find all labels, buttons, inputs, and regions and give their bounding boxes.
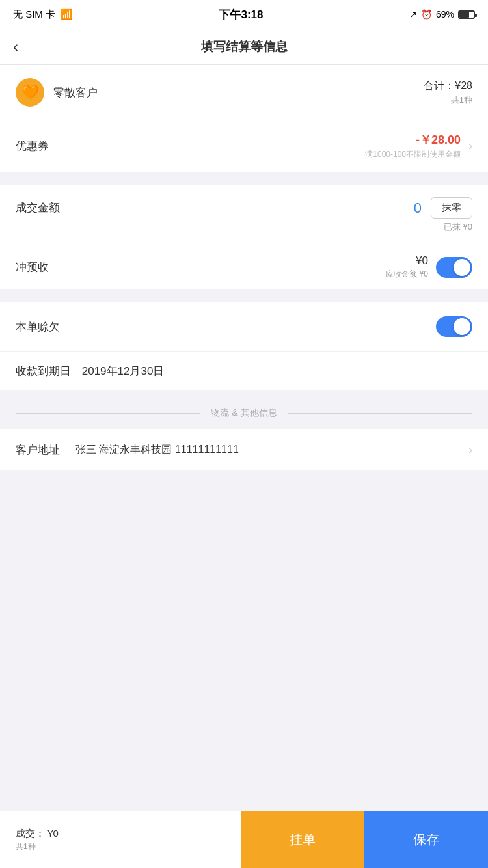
prereceipt-main-value: ¥0 bbox=[386, 254, 428, 267]
address-label: 客户地址 bbox=[16, 442, 60, 457]
customer-avatar: 🧡 bbox=[16, 78, 44, 107]
logistics-line-left bbox=[16, 413, 200, 414]
address-value: 张三 海淀永丰科技园 11111111111 bbox=[75, 443, 468, 457]
total-amount-label: 合计：¥28 bbox=[424, 79, 472, 93]
total-count: 共1种 bbox=[424, 94, 472, 106]
battery-icon bbox=[458, 10, 475, 19]
coupon-chevron-icon: › bbox=[468, 139, 472, 153]
status-left: 无 SIM 卡 📶 bbox=[13, 8, 73, 21]
avatar-icon: 🧡 bbox=[21, 84, 39, 101]
customer-row: 🧡 零散客户 合计：¥28 共1种 bbox=[0, 65, 488, 120]
bottom-count-label: 共1种 bbox=[16, 841, 225, 852]
divider-2 bbox=[0, 295, 488, 302]
battery-percent: 69% bbox=[436, 9, 454, 20]
coupon-note: 满1000-100不限制使用金额 bbox=[365, 149, 461, 160]
transaction-top: 成交金额 0 抹零 bbox=[16, 197, 472, 219]
status-bar: 无 SIM 卡 📶 下午3:18 ↗ ⏰ 69% bbox=[0, 0, 488, 29]
round-button[interactable]: 抹零 bbox=[431, 197, 472, 219]
credit-toggle[interactable] bbox=[436, 316, 472, 337]
status-time: 下午3:18 bbox=[219, 7, 263, 22]
hold-button[interactable]: 挂单 bbox=[241, 811, 364, 869]
alarm-icon: ⏰ bbox=[421, 9, 432, 20]
nav-title: 填写结算等信息 bbox=[201, 38, 288, 55]
coupon-value-block: -￥28.00 满1000-100不限制使用金额 bbox=[365, 132, 461, 160]
transaction-value: 0 bbox=[414, 200, 422, 217]
coupon-row[interactable]: 优惠券 -￥28.00 满1000-100不限制使用金额 › bbox=[0, 120, 488, 172]
logistics-header: 物流 & 其他信息 bbox=[0, 397, 488, 429]
transaction-right: 0 抹零 bbox=[414, 197, 472, 219]
customer-left: 🧡 零散客户 bbox=[16, 78, 98, 107]
duedate-label: 收款到期日 bbox=[16, 365, 71, 377]
logistics-line-right bbox=[288, 413, 472, 414]
credit-section: 本单赊欠 收款到期日 2019年12月30日 bbox=[0, 302, 488, 390]
customer-section: 🧡 零散客户 合计：¥28 共1种 优惠券 -￥28.00 满1000-100不… bbox=[0, 65, 488, 172]
duedate-value: 2019年12月30日 bbox=[82, 365, 165, 377]
divider-1 bbox=[0, 178, 488, 185]
transaction-label: 成交金额 bbox=[16, 200, 60, 215]
prereceipt-right: ¥0 应收金额 ¥0 bbox=[386, 254, 472, 280]
prereceipt-row: 冲预收 ¥0 应收金额 ¥0 bbox=[0, 245, 488, 289]
address-chevron-icon: › bbox=[468, 443, 472, 457]
duedate-row: 收款到期日 2019年12月30日 bbox=[0, 351, 488, 390]
prereceipt-values: ¥0 应收金额 ¥0 bbox=[386, 254, 428, 280]
wifi-icon: 📶 bbox=[61, 8, 73, 20]
transaction-row: 成交金额 0 抹零 已抹 ¥0 bbox=[0, 185, 488, 245]
customer-name: 零散客户 bbox=[53, 85, 98, 100]
customer-total: 合计：¥28 共1种 bbox=[424, 79, 472, 106]
address-section: 客户地址 张三 海淀永丰科技园 11111111111 › bbox=[0, 429, 488, 470]
credit-label: 本单赊欠 bbox=[16, 319, 60, 334]
transaction-section: 成交金额 0 抹零 已抹 ¥0 冲预收 ¥0 应收金额 ¥0 bbox=[0, 185, 488, 289]
carrier-text: 无 SIM 卡 bbox=[13, 8, 55, 21]
bottom-info: 成交： ¥0 共1种 bbox=[0, 828, 241, 852]
bottom-deal-label: 成交： ¥0 bbox=[16, 828, 225, 840]
prereceipt-toggle[interactable] bbox=[436, 257, 472, 278]
bottom-bar: 成交： ¥0 共1种 挂单 保存 bbox=[0, 811, 488, 868]
coupon-right: -￥28.00 满1000-100不限制使用金额 › bbox=[365, 132, 472, 160]
prereceipt-label: 冲预收 bbox=[16, 260, 49, 275]
prereceipt-sub-value: 应收金额 ¥0 bbox=[386, 269, 428, 280]
transaction-sub-text: 已抹 ¥0 bbox=[16, 221, 472, 233]
save-button[interactable]: 保存 bbox=[364, 811, 488, 869]
status-right: ↗ ⏰ 69% bbox=[409, 9, 475, 20]
coupon-label: 优惠券 bbox=[16, 139, 49, 154]
logistics-title: 物流 & 其他信息 bbox=[211, 407, 277, 419]
credit-row: 本单赊欠 bbox=[0, 302, 488, 351]
location-icon: ↗ bbox=[409, 9, 417, 20]
back-button[interactable]: ‹ bbox=[13, 38, 18, 56]
content: 🧡 零散客户 合计：¥28 共1种 优惠券 -￥28.00 满1000-100不… bbox=[0, 65, 488, 536]
coupon-amount: -￥28.00 bbox=[365, 132, 461, 148]
nav-bar: ‹ 填写结算等信息 bbox=[0, 29, 488, 65]
address-row[interactable]: 客户地址 张三 海淀永丰科技园 11111111111 › bbox=[0, 429, 488, 470]
